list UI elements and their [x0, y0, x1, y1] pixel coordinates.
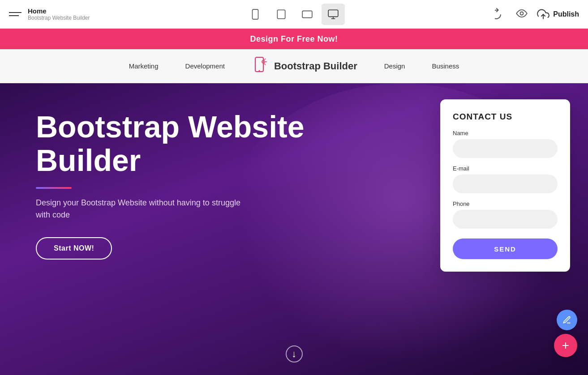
name-field-group: Name	[453, 130, 558, 158]
hero-section: Bootstrap Website Builder Design your Bo…	[0, 83, 588, 375]
email-label: E-mail	[453, 165, 558, 172]
mobile-view-button[interactable]	[244, 4, 267, 25]
contact-form-card: CONTACT US Name E-mail Phone SEND	[440, 99, 570, 272]
scroll-down-button[interactable]: ↓	[286, 345, 303, 362]
hero-divider	[36, 187, 72, 189]
phone-field-group: Phone	[453, 200, 558, 229]
svg-point-9	[520, 12, 524, 15]
name-label: Name	[453, 130, 558, 136]
nav-item-development[interactable]: Development	[185, 62, 225, 70]
email-field-group: E-mail	[453, 165, 558, 193]
name-input[interactable]	[453, 139, 558, 158]
svg-rect-2	[277, 10, 285, 19]
hamburger-menu[interactable]	[9, 12, 21, 16]
desktop-view-button[interactable]	[322, 4, 345, 25]
phone-input[interactable]	[453, 210, 558, 229]
phone-label: Phone	[453, 200, 558, 207]
send-button[interactable]: SEND	[453, 239, 558, 259]
device-icons	[244, 4, 345, 25]
svg-point-12	[258, 70, 260, 71]
edit-fab-button[interactable]	[557, 310, 577, 330]
svg-line-14	[264, 59, 266, 60]
svg-rect-4	[302, 11, 312, 17]
tablet-view-button[interactable]	[270, 4, 293, 25]
preview-button[interactable]	[515, 7, 528, 21]
hero-cta-button[interactable]: Start NOW!	[36, 237, 112, 260]
contact-form-title: CONTACT US	[453, 112, 558, 122]
publish-label: Publish	[553, 10, 579, 18]
nav-item-business[interactable]: Business	[432, 62, 459, 70]
home-label: Home	[28, 7, 90, 15]
svg-line-15	[264, 64, 266, 65]
site-logo[interactable]: Bootstrap Builder	[252, 55, 357, 77]
scroll-down-arrow: ↓	[292, 348, 296, 360]
email-input[interactable]	[453, 175, 558, 193]
site-nav: Marketing Development Bootstrap Builder …	[0, 49, 588, 83]
promo-bar[interactable]: Design For Free Now!	[0, 29, 588, 49]
promo-text: Design For Free Now!	[250, 34, 338, 44]
top-bar: Home Bootstrap Website Builder	[0, 0, 588, 29]
app-subtitle: Bootstrap Website Builder	[28, 15, 90, 21]
top-bar-title: Home Bootstrap Website Builder	[28, 7, 90, 21]
svg-rect-6	[328, 10, 338, 17]
nav-item-marketing[interactable]: Marketing	[129, 62, 159, 70]
svg-rect-11	[255, 57, 263, 72]
nav-item-design[interactable]: Design	[384, 62, 405, 70]
svg-rect-0	[252, 9, 258, 19]
add-fab-button[interactable]: +	[554, 334, 577, 357]
hero-subtitle: Design your Bootstrap Website without ha…	[36, 197, 251, 221]
hero-title: Bootstrap Website Builder	[36, 110, 349, 177]
publish-button[interactable]: Publish	[537, 8, 579, 21]
logo-icon	[252, 55, 270, 77]
logo-text: Bootstrap Builder	[274, 60, 357, 72]
hero-content: Bootstrap Website Builder Design your Bo…	[36, 110, 349, 260]
undo-button[interactable]	[495, 8, 506, 21]
top-bar-left: Home Bootstrap Website Builder	[9, 7, 90, 21]
tablet-landscape-view-button[interactable]	[296, 4, 319, 25]
top-bar-right: Publish	[495, 7, 579, 21]
